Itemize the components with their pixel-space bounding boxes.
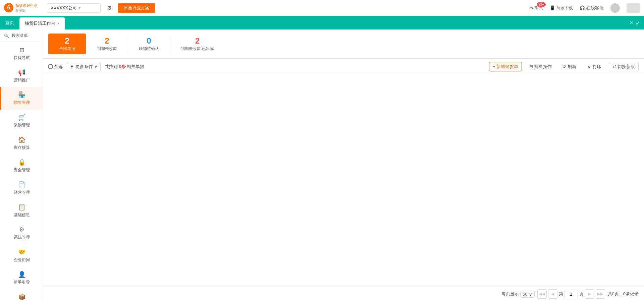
switch-version-button[interactable]: ⇄ 切换新版 — [609, 62, 639, 71]
page-number-input[interactable] — [565, 290, 578, 298]
filter-button[interactable]: ▼ 更多条件 ∨ — [67, 62, 101, 71]
tab-home[interactable]: 首页 — [0, 16, 19, 29]
finance-icon: 🔒 — [18, 159, 25, 166]
batch-icon: ⊟ — [529, 64, 533, 69]
filter-chevron-icon: ∨ — [94, 64, 98, 69]
batch-operation-button[interactable]: ⊟ 批量操作 — [526, 62, 555, 71]
sidebar-item-label: 企业协同 — [14, 257, 30, 263]
sidebar-item-newbie[interactable]: 👤 新手引导 — [0, 267, 43, 289]
page-size-chevron-icon: ∨ — [529, 292, 532, 297]
page-suffix: 页 — [579, 291, 584, 297]
new-sale-order-button[interactable]: + 新增销货单 — [489, 62, 522, 71]
sidebar-item-label: 营销推广 — [14, 77, 30, 83]
sidebar-item-label: 基础信息 — [14, 212, 30, 218]
stat-card-overdue-shipped[interactable]: 2 到期未收款 已出库 — [170, 34, 225, 54]
online-service-label: 在线客服 — [586, 5, 604, 11]
stat-card-all[interactable]: 2 全部单据 — [48, 34, 86, 54]
search-icon: 🔍 — [4, 34, 9, 38]
refresh-button[interactable]: ↺ 刷新 — [559, 62, 580, 71]
nav-tabs: 首页 钱货日清工作台 × × ⤢ — [0, 16, 644, 29]
sidebar-item-finance[interactable]: 🔒 资金管理 — [0, 155, 43, 177]
next-page-button[interactable]: ▶ — [585, 289, 594, 299]
message-icon: ✉ — [529, 5, 533, 10]
logo-icon: 6 — [4, 3, 13, 12]
trial-button[interactable]: 体验行业方案 — [118, 3, 155, 13]
avatar[interactable] — [610, 3, 620, 13]
online-service-button[interactable]: 🎧 在线客服 — [580, 5, 604, 11]
logo-text: 畅捷通好生意 — [15, 3, 38, 8]
settings-button[interactable]: ⚙ — [104, 3, 115, 13]
print-button[interactable]: 🖨 打印 — [584, 62, 605, 71]
sidebar: 🔍 搜索菜单 ⊞ 快捷导航 📢 营销推广 🏪 销售管理 🛒 采购管理 🏠 库存核… — [0, 29, 43, 302]
found-count: 0条 — [119, 64, 126, 69]
logo-area: 6 畅捷通好生意 标准版 — [4, 3, 47, 12]
select-all-label: 全选 — [54, 64, 63, 70]
sidebar-item-quick-nav[interactable]: ⊞ 快捷导航 — [0, 42, 43, 65]
purchase-icon: 🛒 — [18, 114, 25, 121]
refresh-icon: ↺ — [562, 64, 566, 69]
home-tab-label: 首页 — [5, 20, 14, 26]
stat-num-pending: 0 — [147, 36, 151, 46]
company-selector[interactable]: XXXXXX公司 ▾ — [47, 3, 101, 13]
close-tab-icon[interactable]: × — [57, 21, 59, 25]
stat-label-overdue: 到期未收款 — [97, 46, 117, 52]
select-all-checkbox[interactable]: 全选 — [48, 64, 63, 70]
sidebar-item-sales[interactable]: 🏪 销售管理 — [0, 87, 43, 110]
tab-actions: × ⤢ — [630, 20, 644, 26]
page-size-value: 50 — [523, 292, 527, 297]
first-page-button[interactable]: ◀◀ — [537, 289, 547, 299]
maximize-window-icon[interactable]: ⤢ — [636, 20, 640, 26]
print-icon: 🖨 — [587, 64, 591, 69]
pagination: 每页显示 50 ∨ ◀◀ ◀ 第 页 ▶ ▶▶ 共0页，0条记录 — [43, 286, 644, 302]
sidebar-item-label: 快捷导航 — [14, 55, 30, 61]
stat-label-overdue-shipped: 到期未收款 已出库 — [181, 46, 214, 52]
content-area: 2 全部单据 2 到期未收款 0 旺铺待确认 2 到期未收款 已出库 — [43, 29, 644, 302]
prev-page-button[interactable]: ◀ — [548, 289, 557, 299]
toolbar: 全选 ▼ 更多条件 ∨ 共找到 0条 相关单据 + 新增销货单 ⊟ 批量操作 ↺ — [43, 59, 644, 75]
sidebar-item-inventory[interactable]: 🏠 库存核算 — [0, 132, 43, 155]
close-window-icon[interactable]: × — [630, 20, 633, 26]
stat-num-all: 2 — [65, 36, 69, 46]
sidebar-item-system[interactable]: ⚙ 系统管理 — [0, 222, 43, 244]
table-area — [43, 75, 644, 286]
newbie-icon: 👤 — [18, 271, 25, 278]
sidebar-item-app-center[interactable]: 📦 应用中心 — [0, 289, 43, 302]
page-size-selector: 每页显示 50 ∨ — [501, 291, 534, 298]
page-size-select-box[interactable]: 50 ∨ — [520, 291, 534, 298]
switch-icon: ⇄ — [612, 64, 616, 69]
filter-icon: ▼ — [70, 64, 74, 69]
top-header: 6 畅捷通好生意 标准版 XXXXXX公司 ▾ ⚙ 体验行业方案 ✉ 消息 99… — [0, 0, 644, 16]
headset-icon: 🎧 — [580, 5, 585, 10]
select-all-input[interactable] — [48, 64, 53, 69]
stat-card-pending[interactable]: 0 旺铺待确认 — [128, 34, 170, 54]
logo-sub: 标准版 — [15, 8, 38, 13]
active-tab-label: 钱货日清工作台 — [25, 20, 55, 26]
stat-label-all: 全部单据 — [59, 46, 75, 52]
message-button[interactable]: ✉ 消息 99+ — [529, 5, 543, 11]
company-name: XXXXXX公司 — [51, 5, 77, 11]
stat-card-overdue[interactable]: 2 到期未收款 — [86, 34, 128, 54]
stat-num-overdue: 2 — [105, 36, 109, 46]
sidebar-item-label: 经营管理 — [14, 190, 30, 195]
sidebar-item-marketing[interactable]: 📢 营销推广 — [0, 65, 43, 87]
cooperation-icon: 🤝 — [18, 248, 25, 256]
sidebar-item-label: 资金管理 — [14, 167, 30, 173]
header-right: ✉ 消息 99+ 📱 App下载 🎧 在线客服 — [529, 3, 640, 13]
app-center-icon: 📦 — [18, 293, 25, 301]
sidebar-item-cooperation[interactable]: 🤝 企业协同 — [0, 244, 43, 267]
operations-icon: 📄 — [18, 181, 25, 188]
sidebar-item-operations[interactable]: 📄 经营管理 — [0, 177, 43, 199]
app-download-button[interactable]: 📱 App下载 — [550, 5, 573, 11]
last-page-button[interactable]: ▶▶ — [596, 289, 605, 299]
sidebar-search[interactable]: 🔍 搜索菜单 — [0, 29, 43, 42]
page-label: 第 — [559, 291, 563, 297]
tab-qinguo-daily[interactable]: 钱货日清工作台 × — [19, 17, 65, 29]
sidebar-item-label: 采购管理 — [14, 122, 30, 128]
total-records-label: 共0页，0条记录 — [608, 291, 639, 297]
sidebar-item-purchase[interactable]: 🛒 采购管理 — [0, 110, 43, 132]
app-download-label: App下载 — [556, 5, 573, 11]
sales-icon: 🏪 — [18, 91, 25, 99]
page-nav: ◀◀ ◀ 第 页 ▶ ▶▶ — [537, 289, 605, 299]
sidebar-item-basic-info[interactable]: 📋 基础信息 — [0, 199, 43, 222]
message-badge: 99+ — [537, 2, 546, 7]
